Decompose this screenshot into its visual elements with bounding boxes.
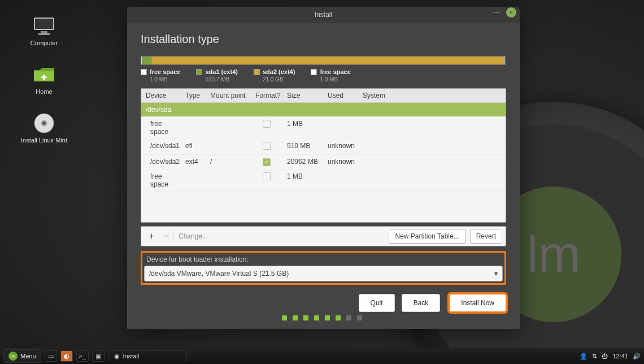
desktop-icon-label: Install Linux Mint [21, 137, 67, 144]
install-now-button[interactable]: Install Now [449, 294, 506, 312]
monitor-icon [32, 16, 56, 36]
table-row[interactable]: /dev/sda2ext4/✓20962 MBunknown [141, 155, 506, 170]
desktop-icon-label: Computer [31, 40, 58, 46]
taskbar: lm Menu ▭ ◐ >_ ▣ ◉ Install 👤 ⇅ ⏻ 12:41 🔊 [0, 348, 644, 364]
minimize-icon[interactable] [493, 12, 501, 13]
partition-bar [141, 56, 506, 65]
installer-heading: Installation type [127, 23, 520, 56]
taskbar-task-label: Install [123, 353, 140, 359]
desktop-icon-install-mint[interactable]: Install Linux Mint [16, 113, 72, 144]
svg-rect-3 [38, 33, 50, 35]
svg-point-9 [43, 122, 45, 124]
disc-icon [32, 113, 56, 133]
menu-button[interactable]: lm Menu [3, 349, 41, 363]
progress-dots [0, 315, 644, 320]
desktop-icon-label: Home [36, 88, 52, 95]
table-row[interactable]: free space1 MB [141, 170, 506, 192]
desktop-icon-home[interactable]: Home [16, 64, 72, 95]
col-format[interactable]: Format? [251, 89, 282, 102]
power-icon[interactable]: ⏻ [602, 353, 608, 359]
clock[interactable]: 12:41 [612, 353, 628, 359]
volume-icon[interactable]: 🔊 [633, 353, 641, 360]
remove-partition-button[interactable]: − [159, 230, 174, 242]
close-icon[interactable]: × [506, 7, 516, 18]
col-size[interactable]: Size [282, 89, 323, 102]
network-icon[interactable]: ⇅ [592, 353, 597, 360]
col-mount[interactable]: Mount point [206, 89, 251, 102]
terminal-icon[interactable]: >_ [76, 350, 89, 362]
bootloader-highlight: Device for boot loader installation: /de… [141, 251, 506, 285]
folder-home-icon [32, 64, 56, 85]
files-icon[interactable]: ▣ [92, 350, 105, 362]
partition-legend: free space1.0 MB sda1 (ext4)510.7 MB sda… [141, 68, 506, 83]
table-row[interactable]: free space1 MB [141, 117, 506, 139]
bootloader-device-select[interactable]: /dev/sda VMware, VMware Virtual S (21.5 … [144, 266, 503, 281]
taskbar-task-install[interactable]: ◉ Install [108, 350, 187, 362]
window-titlebar[interactable]: Install × [127, 7, 520, 23]
disc-icon: ◉ [114, 353, 120, 360]
show-desktop-icon[interactable]: ▭ [45, 350, 57, 362]
svg-rect-5 [43, 78, 45, 80]
install-window: Install × Installation type free space1.… [127, 7, 520, 329]
user-icon[interactable]: 👤 [580, 353, 588, 360]
new-partition-table-button[interactable]: New Partition Table... [389, 229, 465, 244]
svg-rect-1 [35, 19, 53, 29]
back-button[interactable]: Back [402, 294, 441, 312]
col-type[interactable]: Type [181, 89, 206, 102]
window-title-text: Install [315, 11, 332, 19]
menu-label: Menu [20, 353, 36, 359]
table-row[interactable]: /dev/sda1efi510 MBunknown [141, 139, 506, 155]
firefox-icon[interactable]: ◐ [60, 350, 73, 362]
chevron-down-icon: ▾ [494, 270, 498, 278]
bootloader-label: Device for boot loader installation: [146, 255, 501, 263]
partition-table: Device Type Mount point Format? Size Use… [141, 88, 506, 223]
bootloader-device-value: /dev/sda VMware, VMware Virtual S (21.5 … [149, 270, 289, 278]
mint-logo-icon: lm [8, 352, 18, 361]
svg-rect-2 [41, 31, 47, 33]
quit-button[interactable]: Quit [359, 294, 395, 312]
col-system[interactable]: System [358, 89, 506, 102]
col-used[interactable]: Used [323, 89, 358, 102]
add-partition-button[interactable]: + [145, 230, 159, 242]
revert-button[interactable]: Revert [470, 229, 502, 244]
desktop-icon-computer[interactable]: Computer [16, 16, 72, 46]
col-device[interactable]: Device [141, 89, 181, 102]
table-row[interactable]: /dev/sda [141, 103, 506, 117]
change-partition-button[interactable]: Change... [179, 232, 208, 240]
